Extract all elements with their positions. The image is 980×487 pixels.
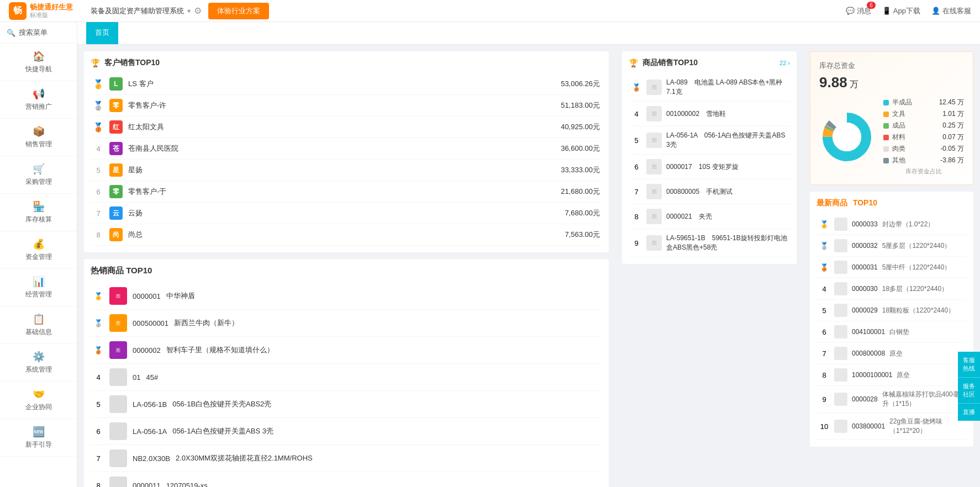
main-area: 首页 🏆 客户销售TOP10 🥇 L LS 客户 53,006. <box>77 22 980 487</box>
product-name: 原垒 <box>897 370 965 380</box>
avatar: 苍 <box>109 142 123 155</box>
product-thumbnail <box>834 218 847 231</box>
sidebar-label-guide: 新手引导 <box>25 440 52 449</box>
logo-icon: 畅 <box>9 2 27 20</box>
corp-icon: 🤝 <box>33 388 45 400</box>
product-name: 体械嘉核味苏打饮品400毫升（1*15） <box>882 390 965 409</box>
sidebar-search[interactable]: 🔍 搜索菜单 <box>0 22 77 44</box>
avatar: 星 <box>109 163 123 177</box>
logo-text: 畅捷通好生意 <box>30 3 73 12</box>
list-item: 🥈 0000032 5厘多层（1220*2440） <box>816 235 967 257</box>
rank-number: 8 <box>93 481 104 488</box>
sidebar-item-corp[interactable]: 🤝 企业协同 <box>0 382 77 419</box>
product-thumbnail <box>834 261 847 274</box>
app-icon: 📱 <box>882 7 891 15</box>
product-code: 0000033 <box>852 220 878 228</box>
new-products-title: 最新商品 TOP10 <box>816 198 967 208</box>
product-code: 004100001 <box>852 328 885 336</box>
list-item: 6 004100001 白钢垫 <box>816 321 967 343</box>
live-button[interactable]: 直播 <box>958 404 980 421</box>
table-row: 🥇 L LS 客户 53,006.26元 <box>91 73 602 95</box>
trophy-icon: 🏆 <box>629 59 638 67</box>
sidebar-item-operations[interactable]: 📊 经营管理 <box>0 269 77 306</box>
list-item: 🥇 0000033 封边带（1.0*22） <box>816 214 967 235</box>
legend-value: 0.25 万 <box>942 121 964 130</box>
sidebar-item-finance[interactable]: 💰 资金管理 <box>0 231 77 269</box>
sidebar-item-sales[interactable]: 📦 销售管理 <box>0 119 77 156</box>
hot-products-title: 热销商品 TOP10 <box>91 266 602 276</box>
inventory-title: 库存总资金 <box>819 61 855 71</box>
customer-name: 零售客户-许 <box>128 100 555 110</box>
sidebar-item-system[interactable]: ⚙️ 系统管理 <box>0 344 77 382</box>
product-info: LA-59651-1B 59651-1B旋转投影灯电池盒ABS黑色+58壳 <box>666 234 788 252</box>
view-more[interactable]: 22 › <box>779 60 790 66</box>
sidebar-item-marketing[interactable]: 📢 营销推广 <box>0 81 77 119</box>
list-item: 🥉 0000031 5厘中纤（1220*2440） <box>816 257 967 278</box>
logo-area: 畅 畅捷通好生意 标准版 <box>9 2 73 20</box>
list-item: 🥈 图 000500001 新西兰牛肉（新牛） <box>91 310 602 337</box>
list-item: 8 10000100001 原垒 <box>816 364 967 386</box>
sidebar-label-marketing: 营销推广 <box>25 102 52 112</box>
sidebar-item-quick-nav[interactable]: 🏠 快捷导航 <box>0 44 77 81</box>
customer-amount: 21,680.00元 <box>561 187 600 197</box>
online-service-button[interactable]: 👤 在线客服 <box>931 6 971 16</box>
product-name: 智利车子里（规格不知道填什么） <box>166 345 600 355</box>
customer-name: LS 客户 <box>128 79 555 89</box>
product-code: 10000100001 <box>852 371 892 379</box>
rank-number: 6 <box>93 427 104 436</box>
sidebar-item-guide[interactable]: 🆕 新手引导 <box>0 419 77 457</box>
topbar: 畅 畅捷通好生意 标准版 装备及固定资产辅助管理系统 ▾ ⚙ 体验行业方案 💬 … <box>0 0 980 22</box>
legend-value: 0.07 万 <box>942 133 964 142</box>
legend-value: 12.45 万 <box>939 98 964 107</box>
operations-icon: 📊 <box>33 276 45 288</box>
search-label: 搜索菜单 <box>19 28 48 38</box>
trial-button[interactable]: 体验行业方案 <box>208 3 269 19</box>
customer-name: 苍南县人民医院 <box>128 144 555 153</box>
medal-icon: 🥇 <box>93 79 104 89</box>
customer-service-button[interactable]: 客服热线 <box>958 352 980 378</box>
legend-value: -3.86 万 <box>940 156 964 165</box>
product-image <box>109 395 127 413</box>
app-download-button[interactable]: 📱 App下载 <box>882 6 920 16</box>
medal-icon: 🥈 <box>93 319 104 327</box>
rank-number: 4 <box>631 110 642 118</box>
legend-item: 肉类 -0.05 万 <box>883 144 964 153</box>
list-item: 7 图 000800005 手机测试 <box>629 179 790 204</box>
product-code: LA-056-1B <box>133 400 167 409</box>
sidebar-item-purchase[interactable]: 🛒 采购管理 <box>0 156 77 194</box>
rank-number: 4 <box>819 285 830 293</box>
product-thumbnail <box>834 325 847 338</box>
product-thumbnail <box>834 239 847 252</box>
hot-products-card: 热销商品 TOP10 🥇 图 0000001 中华神盾 🥈 图 00050000… <box>84 259 609 487</box>
table-row: 7 云 云扬 7,680.00元 <box>91 203 602 224</box>
list-item: 5 图 LA-056-1A 056-1A白色按键开关盖ABS 3壳 <box>629 126 790 155</box>
product-name: 18多层（1220*2440） <box>882 284 965 294</box>
quick-nav-icon: 🏠 <box>33 50 45 62</box>
avatar: L <box>109 77 123 91</box>
product-image <box>109 368 127 386</box>
table-row: 🥉 红 红太阳文具 40,925.00元 <box>91 117 602 138</box>
rank-number: 5 <box>631 136 642 145</box>
list-item: 🥉 图 0000002 智利车子里（规格不知道填什么） <box>91 337 602 364</box>
message-button[interactable]: 💬 消息 6 <box>846 6 871 16</box>
system-select[interactable]: 装备及固定资产辅助管理系统 ▾ ⚙ <box>91 6 202 16</box>
product-name: 封边带（1.0*22） <box>882 220 965 229</box>
dropdown-icon[interactable]: ▾ <box>187 7 191 15</box>
avatar: 尚 <box>109 228 123 241</box>
rank-number: 5 <box>93 400 104 409</box>
right-column: 库存总资金 9.88 万 <box>803 45 980 487</box>
product-code: 003800001 <box>852 422 885 430</box>
list-item: 🥇 图 0000001 中华神盾 <box>91 283 602 310</box>
product-name: 12070519-xs <box>166 481 600 488</box>
sidebar-item-basic[interactable]: 📋 基础信息 <box>0 306 77 344</box>
tab-home[interactable]: 首页 <box>86 22 118 44</box>
list-item: 8 图 0000021 夹壳 <box>629 204 790 229</box>
sidebar-label-corp: 企业协同 <box>25 403 52 412</box>
customer-amount: 40,925.00元 <box>561 122 600 132</box>
rank-number: 8 <box>819 371 830 379</box>
community-button[interactable]: 服务社区 <box>958 378 980 404</box>
sidebar-item-inventory[interactable]: 🏪 库存核算 <box>0 194 77 231</box>
gear-icon[interactable]: ⚙ <box>194 6 202 16</box>
product-sales-title: 🏆 商品销售TOP10 22 › <box>629 58 790 68</box>
avatar: 红 <box>109 120 123 134</box>
